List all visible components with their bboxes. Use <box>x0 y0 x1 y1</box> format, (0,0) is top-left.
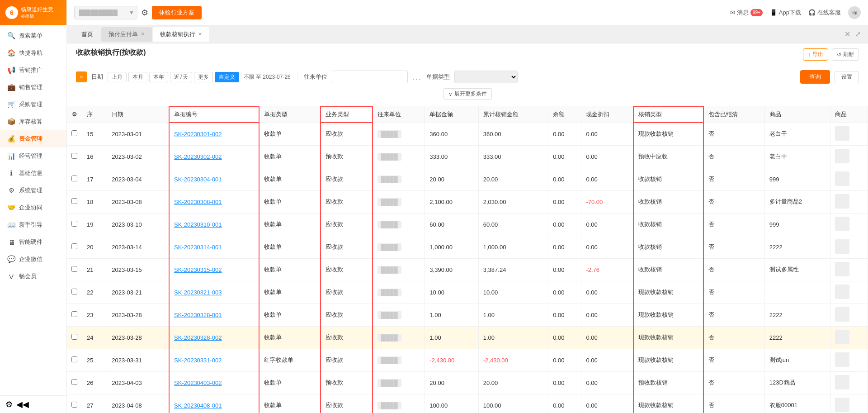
sidebar-item-member[interactable]: V畅会员 <box>0 268 66 285</box>
date-btn-custom[interactable]: 自定义 <box>215 72 239 82</box>
row-amount: 1,000.00 <box>425 236 478 258</box>
row-voucher-type: 收款单 <box>259 304 321 326</box>
date-btn-this-month[interactable]: 本月 <box>128 72 147 82</box>
date-filter-label: 日期 <box>91 73 103 81</box>
row-voucher-no[interactable]: SK-20230328-001 <box>169 304 259 326</box>
row-voucher-no[interactable]: SK-20230302-002 <box>169 145 259 168</box>
collapse-icon[interactable]: ◀◀ <box>16 399 29 409</box>
row-checkbox[interactable] <box>67 281 82 304</box>
row-cash-discount: 0.00 <box>581 349 633 371</box>
sidebar-item-operations[interactable]: 📊经营管理 <box>0 147 66 165</box>
table-row: 16 2023-03-02 SK-20230302-002 收款单 预收款 ██… <box>67 145 868 168</box>
row-voucher-type: 收款单 <box>259 394 321 413</box>
row-include-settled: 否 <box>703 190 764 213</box>
sidebar-item-marketing[interactable]: 📢营销推广 <box>0 62 66 79</box>
row-include-settled: 否 <box>703 281 764 304</box>
date-btn-more[interactable]: 更多 <box>194 72 213 82</box>
row-checkbox[interactable] <box>67 258 82 281</box>
row-checkbox[interactable] <box>67 145 82 168</box>
row-balance: 0.00 <box>548 281 581 304</box>
row-checkbox[interactable] <box>67 349 82 371</box>
col-gear[interactable]: ⚙ <box>67 106 82 123</box>
query-button[interactable]: 查询 <box>800 70 830 84</box>
table-wrapper: ⚙ 序 日期 单据编号 单据类型 业务类型 往来单位 单据金额 累计核销金额 余… <box>67 106 868 413</box>
row-voucher-no[interactable]: SK-20230408-001 <box>169 394 259 413</box>
row-voucher-no[interactable]: SK-20230321-003 <box>169 281 259 304</box>
filter-expand-arrow[interactable]: » <box>76 71 87 82</box>
solution-button[interactable]: 体验行业方案 <box>152 6 202 19</box>
row-checkbox[interactable] <box>67 304 82 326</box>
voucher-type-select[interactable] <box>454 71 518 83</box>
row-goods: 多计量商品2 <box>764 190 830 213</box>
row-voucher-no[interactable]: SK-20230315-002 <box>169 258 259 281</box>
row-checkbox[interactable] <box>67 213 82 236</box>
sidebar-item-search[interactable]: 🔍搜索菜单 <box>0 27 66 44</box>
sidebar-item-basic[interactable]: ℹ基础信息 <box>0 165 66 182</box>
row-checkbox[interactable] <box>67 326 82 349</box>
app-version: 标推版 <box>21 13 53 19</box>
sidebar-item-wechat[interactable]: 💬企业微信 <box>0 251 66 268</box>
sidebar-item-finance[interactable]: 💰资金管理 <box>0 130 66 147</box>
setting-button[interactable]: 设置 <box>835 71 859 83</box>
expand-conditions-button[interactable]: ∨ 展开更多条件 <box>443 88 492 100</box>
row-voucher-no[interactable]: SK-20230308-001 <box>169 190 259 213</box>
user-avatar[interactable]: Rit <box>848 6 861 19</box>
tab-receipts-close[interactable]: ✕ <box>198 31 202 37</box>
settings-gear-icon[interactable]: ⚙ <box>141 8 148 18</box>
sidebar-item-guide[interactable]: 📖新手引导 <box>0 216 66 233</box>
table-container[interactable]: ⚙ 序 日期 单据编号 单据类型 业务类型 往来单位 单据金额 累计核销金额 余… <box>67 106 868 413</box>
counterpart-input[interactable] <box>332 71 408 83</box>
sidebar-item-hardware[interactable]: 🖥智能硬件 <box>0 233 66 251</box>
sidebar-item-enterprise[interactable]: 🤝企业协同 <box>0 199 66 216</box>
dots-button[interactable]: ... <box>412 72 422 82</box>
tab-maximize-icon[interactable]: ⤢ <box>855 30 861 38</box>
settings-icon[interactable]: ⚙ <box>5 399 13 409</box>
row-checkbox[interactable] <box>67 123 82 145</box>
sidebar-item-system[interactable]: ⚙系统管理 <box>0 182 66 199</box>
row-voucher-no[interactable]: SK-20230403-002 <box>169 371 259 394</box>
sidebar-item-sales[interactable]: 💼销售管理 <box>0 79 66 96</box>
tab-prepay-close[interactable]: ✕ <box>141 31 145 37</box>
app-download-area[interactable]: 📱 App下载 <box>770 9 801 17</box>
row-voucher-no[interactable]: SK-20230301-002 <box>169 123 259 145</box>
sidebar-item-purchase[interactable]: 🛒采购管理 <box>0 96 66 113</box>
search-icon: 🔍 <box>7 32 15 40</box>
date-btn-last-month[interactable]: 上月 <box>108 72 127 82</box>
tab-home[interactable]: 首页 <box>74 27 100 42</box>
row-writeoff-type: 现款收款核销 <box>633 304 704 326</box>
row-checkbox[interactable] <box>67 371 82 394</box>
row-voucher-no[interactable]: SK-20230310-001 <box>169 213 259 236</box>
table-row: 24 2023-03-28 SK-20230328-002 收款单 应收款 ██… <box>67 326 868 349</box>
wechat-icon: 💬 <box>7 255 15 263</box>
export-button[interactable]: ↑ 导出 <box>803 48 828 61</box>
date-btn-7days[interactable]: 近7天 <box>170 72 192 82</box>
row-checkbox[interactable] <box>67 236 82 258</box>
refresh-button[interactable]: ↺ 刷新 <box>832 48 859 61</box>
row-checkbox[interactable] <box>67 190 82 213</box>
row-total-writeoff: 2,030.00 <box>478 190 548 213</box>
date-btn-this-year[interactable]: 本年 <box>149 72 168 82</box>
row-voucher-no[interactable]: SK-20230331-002 <box>169 349 259 371</box>
tab-close-all-icon[interactable]: ✕ <box>844 30 850 38</box>
sidebar-label-member: 畅会员 <box>19 272 37 280</box>
row-date: 2023-03-15 <box>107 258 169 281</box>
filter-line1: » 日期 上月 本月 本年 近7天 更多 自定义 不限 至 2023-07-26… <box>76 70 859 84</box>
row-voucher-no[interactable]: SK-20230304-001 <box>169 168 259 190</box>
tab-receipts[interactable]: 收款核销执行 ✕ <box>153 27 209 42</box>
messages-area[interactable]: ✉ 消息 99+ <box>730 9 763 17</box>
row-no: 25 <box>82 349 107 371</box>
online-service-area[interactable]: 🎧 在线客服 <box>808 9 841 17</box>
row-voucher-no[interactable]: SK-20230328-002 <box>169 326 259 349</box>
inventory-icon: 📦 <box>7 118 15 126</box>
row-checkbox[interactable] <box>67 394 82 413</box>
row-voucher-no[interactable]: SK-20230314-001 <box>169 236 259 258</box>
tab-prepay[interactable]: 预付应付单 ✕ <box>101 27 152 42</box>
table-row: 25 2023-03-31 SK-20230331-002 红字收款单 应收款 … <box>67 349 868 371</box>
row-checkbox[interactable] <box>67 168 82 190</box>
row-no: 15 <box>82 123 107 145</box>
sidebar-item-shortcut[interactable]: 🏠快捷导航 <box>0 44 66 62</box>
finance-icon: 💰 <box>7 135 15 143</box>
row-include-settled: 否 <box>703 236 764 258</box>
sidebar-item-inventory[interactable]: 📦库存核算 <box>0 113 66 130</box>
company-selector[interactable]: ██████████ ▼ <box>74 6 137 19</box>
